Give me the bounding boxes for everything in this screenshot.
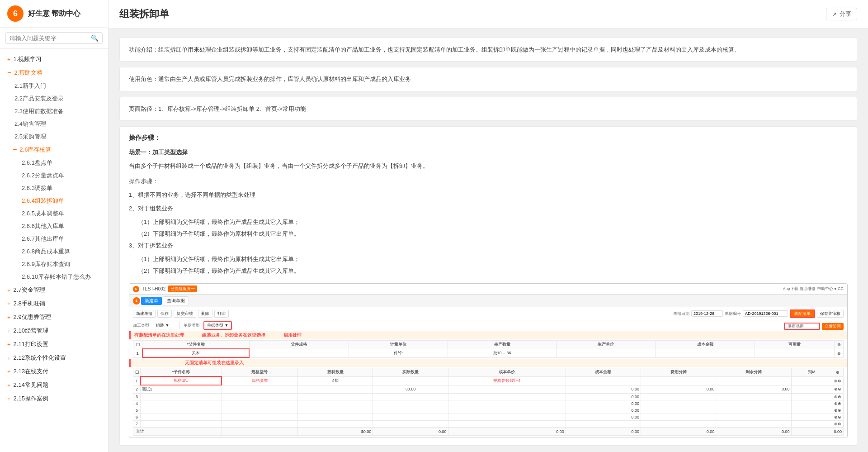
app-tab-query[interactable]: 查询单据: [163, 296, 189, 305]
sidebar-item-stock-query[interactable]: 2.6.9库存账本查询: [0, 258, 108, 271]
plus-icon: +: [7, 395, 11, 402]
path-text: 页面路径：1、库存核算->库存管理->组装拆卸单 2、首页->常用功能: [129, 105, 306, 112]
page-title: 组装拆卸单: [119, 7, 169, 21]
app-bom-search[interactable]: [784, 323, 820, 330]
sidebar-item-label: 2.13在线支付: [14, 367, 48, 376]
sidebar-item-mobile[interactable]: + 2.8手机旺铺: [0, 297, 108, 310]
app-type-select[interactable]: 组装 ▼: [153, 322, 180, 329]
sidebar-item-adjust[interactable]: 2.6.3调拨单: [0, 182, 108, 195]
app-topbar-apps: App下载 自助维修 帮助中心 ● CC: [783, 286, 844, 292]
app-bill-no[interactable]: [743, 310, 788, 317]
sidebar-item-label: 2.15操作案例: [14, 395, 48, 403]
sidebar: 6 好生意 帮助中心 🔍 + 1.视频学习 − 2.帮助文档 2.1新手入门 2…: [0, 0, 108, 452]
sidebar-item-coupon[interactable]: + 2.9优惠券管理: [0, 310, 108, 324]
steps-label: 操作步骤：: [129, 176, 848, 187]
minus-icon: −: [13, 146, 17, 154]
annotation-text-4: 启用处理: [283, 332, 302, 338]
app-btn-new[interactable]: 新建单据: [133, 310, 156, 318]
sidebar-item-label: 2.11打印设置: [14, 340, 48, 348]
search-input[interactable]: [9, 35, 91, 42]
step2-sub1: （1）上部明细为父件明细，最终作为产成品生成其它入库单；: [129, 216, 848, 228]
plus-icon: +: [7, 300, 11, 307]
app-btn-save[interactable]: 保存: [157, 310, 172, 318]
logo-text: 好生意 帮助中心: [28, 9, 80, 19]
plus-icon: +: [7, 341, 11, 348]
main-content: 组装拆卸单 ↗ 分享 功能介绍：组装拆卸单用来处理企业组装或拆卸等加工业务，支持…: [108, 0, 868, 452]
steps-title: 操作步骤：: [129, 134, 848, 142]
sidebar-item-label: 2.6库存核算: [19, 146, 51, 154]
sidebar-item-cost-adjust[interactable]: 2.6.5成本调整单: [0, 207, 108, 220]
sidebar-item-label: 1.视频学习: [14, 55, 42, 63]
sidebar-item-docs[interactable]: − 2.帮助文档: [0, 66, 108, 80]
screenshot-wrapper: 6 TEST-H002 已提醒服务一 App下载 自助维修 帮助中心 ● CC …: [129, 283, 848, 438]
annotation-text-1: 有装配清单的在这里处理: [134, 332, 184, 338]
annotation-text-5: 无固定清单可组装在这里录入: [185, 360, 244, 365]
app-btn-action1[interactable]: 保存并审核: [817, 310, 844, 318]
sidebar-item-other-out[interactable]: 2.6.7其他出库单: [0, 233, 108, 245]
intro-block: 功能介绍：组装拆卸单用来处理企业组装或拆卸等加工业务，支持有固定装配清单的产品加…: [119, 38, 857, 62]
sidebar-item-label: 2.12系统个性化设置: [14, 354, 66, 362]
sidebar-item-label: 2.10经营管理: [14, 327, 48, 335]
app-btn-submit[interactable]: 提交审核: [174, 310, 196, 318]
sidebar-item-ops[interactable]: + 2.10经营管理: [0, 324, 108, 338]
sidebar-item-assembly[interactable]: 2.6.4组装拆卸单: [0, 195, 108, 207]
search-box: 🔍: [0, 28, 108, 49]
step2-sub2: （2）下部明细为子件明细，最终作为原材料生成其它出库单。: [129, 228, 848, 240]
sidebar-item-other-in[interactable]: 2.6.6其他入库单: [0, 220, 108, 233]
sidebar-item-online-pay[interactable]: + 2.13在线支付: [0, 365, 108, 378]
app-btn-print[interactable]: 打印: [214, 310, 229, 318]
app-upper-table: ☐ *父件名称 父件规格 计量单位 生产数量 生产单价 成本金额 可用量 ⊕: [133, 340, 844, 358]
app-form-row: 加工类型 组装 ▼ 单据类型 单据类型 ▼ 立发架间: [129, 320, 847, 331]
share-button[interactable]: ↗ 分享: [826, 8, 857, 20]
minus-icon: −: [7, 69, 11, 77]
app-brand-icon: 6: [133, 286, 139, 292]
step3-sub1: （1）上部明细为父件明细，最终作为原材料生成其它出库单；: [129, 253, 848, 265]
role-text: 使用角色：通常由生产人员或库管人员完成拆装业务的操作，库管人员确认原材料的出库和…: [129, 76, 411, 82]
sidebar-item-print[interactable]: + 2.11打印设置: [0, 338, 108, 351]
logo-icon: 6: [7, 5, 24, 22]
app-lower-table: ☐ *子件名称 规格型号 投料数量 实际数量 成本单价 成本金额 费用分摊 剩余…: [133, 368, 844, 436]
sidebar-item-prepare[interactable]: 2.3使用前数据准备: [0, 105, 108, 118]
annotation-5-row: 无固定清单可组装在这里录入: [129, 359, 847, 367]
annotation-text-3: 组装业务、拆卸业务在这里选择: [202, 332, 265, 338]
sidebar-item-inventory[interactable]: − 2.6库存核算: [0, 143, 108, 157]
share-label: 分享: [840, 10, 851, 18]
plus-icon: +: [7, 314, 11, 321]
sidebar-item-label: 2.7资金管理: [14, 286, 45, 294]
app-bom-ok[interactable]: 立发架间: [822, 323, 844, 330]
sidebar-item-purchase[interactable]: 2.5采购管理: [0, 130, 108, 143]
app-btn-bom[interactable]: 装配清单: [790, 309, 815, 318]
sidebar-item-label: 2.帮助文档: [14, 69, 42, 77]
plus-icon: +: [7, 355, 11, 362]
sidebar-item-stock-error[interactable]: 2.6.10库存账本错了怎么办: [0, 271, 108, 283]
sidebar-item-label: 2.8手机旺铺: [14, 300, 45, 308]
sidebar-item-sales[interactable]: 2.4销售管理: [0, 118, 108, 130]
app-btn-delete[interactable]: 删除: [198, 310, 212, 318]
search-icon[interactable]: 🔍: [91, 34, 99, 42]
sidebar-item-label: 2.9优惠券管理: [14, 313, 51, 321]
scene1-title: 场景一：加工类型选择: [129, 147, 848, 158]
sidebar-item-newbie[interactable]: 2.1新手入门: [0, 80, 108, 92]
sidebar-item-install[interactable]: 2.2产品安装及登录: [0, 92, 108, 105]
app-bill-date[interactable]: [691, 310, 723, 317]
sidebar-item-cost-recalc[interactable]: 2.6.8商品成本重算: [0, 245, 108, 258]
sidebar-item-stock-check[interactable]: 2.6.1盘点单: [0, 157, 108, 169]
scene1-desc: 当由多个子件材料组装成一个成品的业务为【组装】业务，当由一个父件拆分成多个子产品…: [129, 160, 848, 172]
plus-icon: +: [7, 287, 11, 294]
sidebar-header: 6 好生意 帮助中心: [0, 0, 108, 28]
step3: 3、对于拆装业务: [129, 240, 848, 252]
main-header: 组装拆卸单 ↗ 分享: [108, 0, 868, 29]
app-toolbar: 新建单据 保存 提交审核 删除 打印 单据日期 单据编号 装配清单: [129, 307, 847, 320]
sidebar-item-custom[interactable]: + 2.12系统个性化设置: [0, 351, 108, 365]
app-tab-new[interactable]: 新建单: [141, 297, 162, 305]
sidebar-item-faq[interactable]: + 2.14常见问题: [0, 378, 108, 392]
sidebar-item-allot[interactable]: 2.6.2分量盘点单: [0, 169, 108, 182]
app-status: 已提醒服务一: [168, 285, 197, 292]
app-doc-type-select[interactable]: 单据类型 ▼: [203, 321, 232, 330]
content-area: 功能介绍：组装拆卸单用来处理企业组装或拆卸等加工业务，支持有固定装配清单的产品加…: [108, 29, 868, 452]
search-wrap[interactable]: 🔍: [5, 32, 103, 44]
sidebar-item-video[interactable]: + 1.视频学习: [0, 52, 108, 66]
plus-icon: +: [7, 368, 11, 375]
sidebar-item-finance[interactable]: + 2.7资金管理: [0, 283, 108, 297]
sidebar-item-cases[interactable]: + 2.15操作案例: [0, 392, 108, 405]
